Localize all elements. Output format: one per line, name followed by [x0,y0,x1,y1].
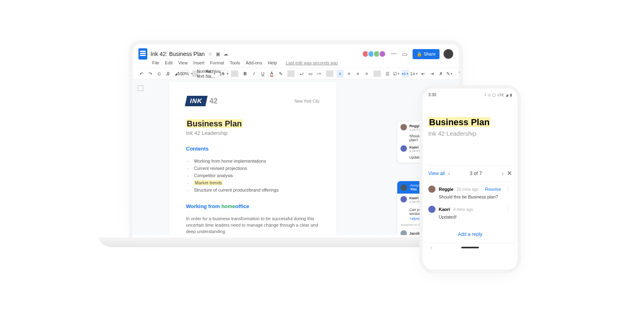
avatar [428,186,436,193]
indent-increase-icon[interactable]: ⇥ [428,70,436,78]
menu-file[interactable]: File [152,60,159,65]
last-edit-link[interactable]: Last edit was seconds ago [286,60,338,65]
comment-time: 10 mins ago [457,187,479,192]
checklist-icon[interactable]: ☑▼ [393,70,400,78]
highlight-icon[interactable]: ✎ [277,70,284,78]
avatar [400,184,407,191]
comment-author: Kaori [439,207,450,212]
toc-item[interactable]: Current revised projections [186,165,320,172]
view-all-link[interactable]: View all [428,171,445,176]
document-title[interactable]: Ink 42: Business Plan [151,51,205,57]
align-center-icon[interactable]: ≡ [345,70,353,78]
avatar [400,196,407,202]
menu-insert[interactable]: Insert [193,60,204,65]
comment-author: Reggie [439,187,454,192]
comment-menu-icon[interactable]: ⋮ [504,187,512,192]
hide-menus-icon[interactable]: ˆ [456,70,463,78]
comment-menu-icon[interactable]: ⋮ [504,207,512,212]
company-badge: INK [185,96,207,106]
phone-doc-subtitle: Ink 42 Leadership [428,130,512,137]
indent-decrease-icon[interactable]: ⇤ [419,70,427,78]
font-size-select[interactable]: 16▼ [221,70,228,78]
status-time: 3:30 [428,93,436,97]
avatar [428,206,436,213]
account-avatar[interactable] [444,49,453,59]
bulleted-list-icon[interactable]: •≡▼ [402,70,409,78]
add-reply-button[interactable]: Add a reply [428,226,512,243]
move-icon[interactable]: ▣ [216,51,220,57]
collaborator-avatars[interactable] [363,50,386,58]
insert-comment-icon[interactable]: ▭ [307,70,314,78]
italic-icon[interactable]: I [250,70,258,78]
laptop-screen: Ink 42: Business Plan ☆ ▣ ☁ 〰 ▭ 🔒Share [133,44,459,237]
menu-edit[interactable]: Edit [165,60,173,65]
separator [231,70,238,77]
undo-icon[interactable]: ↶ [138,70,145,78]
phone-nav-bar: ‹ [423,243,518,252]
menu-format[interactable]: Format [210,60,224,65]
phone-doc-heading: Business Plan [428,117,512,128]
avatar[interactable] [379,50,386,58]
toc-item[interactable]: Market trends [186,179,320,186]
text-color-icon[interactable]: A [268,70,275,78]
back-icon[interactable]: ‹ [431,244,433,251]
menu-tools[interactable]: Tools [230,60,240,65]
menu-view[interactable]: View [178,60,188,65]
docs-app-icon[interactable] [138,48,147,60]
separator [374,70,381,77]
align-right-icon[interactable]: ≡ [354,70,361,78]
align-left-icon[interactable]: ≡ [336,70,344,78]
underline-icon[interactable]: U [259,70,266,78]
phone-comment: Kaori 4 mins ago ⋮ Updated! [428,206,512,226]
bold-icon[interactable]: B [242,70,249,78]
share-button[interactable]: 🔒Share [413,49,440,59]
company-badge-number: 42 [210,97,218,105]
comment-text: Should this be Business plan? [428,193,512,202]
insert-link-icon[interactable]: ⮐ [298,70,305,78]
menu-bar: File Edit View Insert Format Tools Add-o… [133,60,459,68]
star-icon[interactable]: ☆ [208,51,213,57]
toc-item[interactable]: Competitor analysis [186,172,320,179]
zoom-select[interactable]: 100%▼ [182,70,189,78]
canvas: INK 42 New York City Business Plan Ink 4… [133,80,459,235]
line-spacing-icon[interactable]: ☰ [384,70,391,78]
resolve-button[interactable]: Resolve [485,187,501,192]
doc-heading: Business Plan [186,119,320,128]
comment-text: Updated! [428,213,512,222]
menu-addons[interactable]: Add-ons [246,60,262,65]
comment-time: 4 mins ago [453,207,473,212]
redo-icon[interactable]: ↷ [147,70,154,78]
cloud-status-icon[interactable]: ☁ [223,51,228,57]
comments-icon[interactable]: ▭ [401,50,409,58]
menu-help[interactable]: Help [268,60,277,65]
location-label: New York City [295,99,320,103]
editing-mode-icon[interactable]: ✎▼ [446,70,453,78]
contents-heading: Contents [186,146,320,152]
print-icon[interactable]: ⎙ [155,70,163,78]
insert-image-icon[interactable]: ▫▼ [316,70,323,78]
clear-formatting-icon[interactable]: ✗ [437,70,444,78]
status-bar: 3:30 ᚼ ◇ ▢ LTE ◢ ▮ [423,89,518,101]
avatar [400,145,407,152]
font-select[interactable]: Archivo Na...▼ [212,70,219,78]
document-page[interactable]: INK 42 New York City Business Plan Ink 4… [169,82,336,235]
lock-icon: 🔒 [417,52,422,57]
toc-item[interactable]: Working from home implementations [186,157,320,165]
comment-navigator: View all ‹ 3 of 7 › ✕ [428,165,512,182]
doc-subtitle: Ink 42 Leadership [186,130,320,136]
home-handle-icon[interactable] [461,247,479,248]
prev-comment-icon[interactable]: ‹ [448,170,450,177]
format-toolbar: ↶ ↷ ⎙ Ꭿ 🖌 100%▼ Normal text▼ Archivo Na.… [133,68,459,80]
toc-item[interactable]: Structure of current product/brand offer… [186,186,320,194]
bluetooth-icon: ᚼ [484,93,486,97]
outline-toggle-icon[interactable] [138,85,143,91]
align-justify-icon[interactable]: ≡ [363,70,370,78]
numbered-list-icon[interactable]: 1≡▼ [411,70,418,78]
close-icon[interactable]: ✕ [507,169,512,177]
spellcheck-icon[interactable]: Ꭿ [164,70,171,78]
avatar [400,124,407,130]
next-comment-icon[interactable]: › [502,170,504,177]
comment-counter: 3 of 7 [470,171,482,176]
activity-icon[interactable]: 〰 [390,50,397,58]
body-paragraph: In order for a business transformation t… [186,216,320,235]
